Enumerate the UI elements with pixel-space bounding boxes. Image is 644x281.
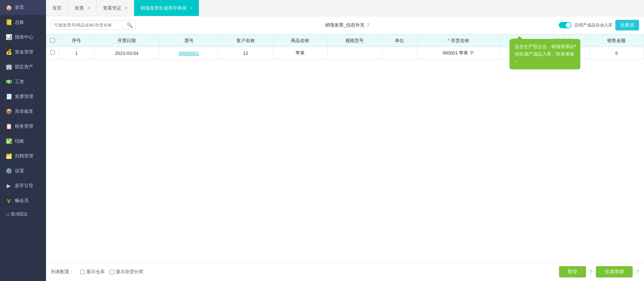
sidebar-item-label: 资金管理 — [15, 49, 33, 55]
show-warehouse-checkbox[interactable] — [80, 270, 85, 274]
generate-info-icon[interactable]: ? — [636, 269, 639, 275]
sidebar-item-label: 发票管理 — [15, 93, 33, 100]
sidebar-item-label: 设置 — [15, 168, 24, 174]
inventory-icon: 📦 — [6, 108, 12, 115]
sidebar-item-label: 库存核算 — [15, 108, 33, 115]
tab-home[interactable]: 首页 — [46, 0, 68, 16]
header-customer: 客户名称 — [218, 35, 273, 47]
sidebar-item-payroll[interactable]: 💵 工资 — [0, 74, 46, 89]
toolbar-center: 销项发票_信息补充 ? — [139, 22, 555, 28]
bottom-bar: 列表配置： 显示仓库 显示存货分类 暂存 ? 生成单据 ? — [46, 262, 644, 281]
row-model — [327, 47, 382, 59]
sidebar-item-settlement[interactable]: ✅ 结账 — [0, 134, 46, 149]
row-product-name: 苹果 — [273, 47, 327, 59]
sidebar-item-label: 归档管理 — [15, 153, 33, 159]
unfix-icon: ◁ — [6, 212, 9, 217]
header-product-name: 商品名称 — [273, 35, 327, 47]
sidebar-item-tax[interactable]: 📋 税务管理 — [0, 119, 46, 134]
generate-button[interactable]: 生成单据 — [596, 266, 633, 277]
tab-bar: 首页 发票 × 查看凭证 × 销项发票生成库存单据 × — [46, 0, 644, 16]
batch-fill-button[interactable]: 批量填 — [615, 20, 639, 30]
header-date: 开票日期 — [94, 35, 160, 47]
sidebar-unfix[interactable]: ◁ 取消固定 — [0, 208, 46, 220]
tab-invoice-label: 发票 — [75, 5, 84, 11]
tab-voucher-close[interactable]: × — [125, 6, 127, 11]
row-checkbox[interactable] — [50, 50, 55, 55]
main-area: 首页 发票 × 查看凭证 × 销项发票生成库存单据 × 🔍 销项发票_信息补充 … — [46, 0, 644, 281]
search-input[interactable] — [54, 23, 125, 28]
sidebar-item-vip[interactable]: V 畅会员 — [0, 193, 46, 208]
sidebar-item-home[interactable]: 🏠 首页 — [0, 0, 46, 15]
sidebar-item-guide[interactable]: ▶ 新手引导 — [0, 178, 46, 193]
row-customer: 12 — [218, 47, 273, 59]
sidebar-item-archive[interactable]: 🗂️ 归档管理 — [0, 149, 46, 164]
sidebar-item-invoice-mgmt[interactable]: 🧾 发票管理 — [0, 89, 46, 104]
ledger-icon: 📒 — [6, 19, 12, 25]
tab-create-inventory[interactable]: 销项发票生成库存单据 × — [134, 0, 199, 16]
tab-voucher[interactable]: 查看凭证 × — [97, 0, 134, 16]
row-unit — [382, 47, 417, 59]
row-ticket-no[interactable]: 00000001 — [159, 47, 218, 59]
row-checkbox-cell — [46, 47, 59, 59]
toolbar: 🔍 销项发票_信息补充 ? 启用产成品自动入库 批量填 — [46, 16, 644, 34]
header-checkbox-col — [46, 35, 59, 47]
row-seq: 1 — [59, 47, 94, 59]
tab-invoice-close[interactable]: × — [87, 6, 90, 11]
settings-icon: ⚙️ — [6, 168, 12, 174]
toolbar-right: 启用产成品自动入库 批量填 — [559, 20, 639, 30]
search-box[interactable]: 🔍 — [51, 21, 136, 30]
home-icon: 🏠 — [6, 4, 12, 11]
row-inventory-name: 000001 苹果 个 — [417, 47, 500, 59]
tooltip-arrow — [517, 36, 522, 39]
tooltip-close-button[interactable]: × — [574, 42, 577, 50]
sidebar: 🏠 首页 📒 总账 📊 报表中心 💰 资金管理 🏢 固定资产 💵 工资 🧾 发票… — [0, 0, 46, 281]
tooltip-box: × 适合生产型企业，销项发票自动生成产成品入库，快来体验～ — [510, 39, 580, 69]
sidebar-item-label: 结账 — [15, 138, 24, 144]
header-amount: 销售金额 — [589, 35, 644, 47]
header-unit: 单位 — [382, 35, 417, 47]
invoice-mgmt-icon: 🧾 — [6, 93, 12, 100]
bottom-actions: 暂存 ? 生成单据 ? — [559, 266, 639, 277]
sidebar-item-label: 固定资产 — [15, 64, 33, 70]
save-info-icon[interactable]: ? — [590, 269, 592, 275]
select-all-checkbox[interactable] — [50, 38, 55, 42]
sidebar-item-funds[interactable]: 💰 资金管理 — [0, 45, 46, 59]
payroll-icon: 💵 — [6, 79, 12, 85]
save-button[interactable]: 暂存 — [559, 266, 586, 277]
vip-icon: V — [6, 198, 12, 204]
list-config-label: 列表配置： — [51, 269, 74, 275]
sidebar-item-label: 工资 — [15, 79, 24, 85]
sidebar-item-inventory[interactable]: 📦 库存核算 — [0, 104, 46, 119]
tab-create-inventory-label: 销项发票生成库存单据 — [140, 5, 186, 11]
fixed-assets-icon: 🏢 — [6, 64, 12, 70]
tab-create-inventory-close[interactable]: × — [190, 6, 192, 11]
sidebar-item-label: 总账 — [15, 19, 24, 25]
sidebar-item-ledger[interactable]: 📒 总账 — [0, 15, 46, 30]
toggle-label: 启用产成品自动入库 — [574, 22, 613, 28]
show-category-checkbox[interactable] — [110, 270, 114, 274]
row-amount: 5 — [589, 47, 644, 59]
show-warehouse-label: 显示仓库 — [86, 269, 105, 275]
guide-icon: ▶ — [6, 183, 12, 189]
center-info-icon[interactable]: ? — [367, 22, 369, 28]
show-category-checkbox-label[interactable]: 显示存货分类 — [110, 269, 143, 275]
funds-icon: 💰 — [6, 49, 12, 55]
tax-icon: 📋 — [6, 123, 12, 130]
row-date: 2023-03-04 — [94, 47, 160, 59]
show-warehouse-checkbox-label[interactable]: 显示仓库 — [80, 269, 105, 275]
sidebar-item-reports[interactable]: 📊 报表中心 — [0, 30, 46, 45]
sidebar-item-settings[interactable]: ⚙️ 设置 — [0, 164, 46, 178]
sidebar-item-label: 新手引导 — [15, 183, 33, 189]
sidebar-item-fixed-assets[interactable]: 🏢 固定资产 — [0, 59, 46, 74]
auto-warehouse-toggle[interactable] — [559, 22, 571, 28]
center-label: 销项发票_信息补充 — [325, 22, 364, 28]
header-ticket-no: 票号 — [159, 35, 218, 47]
tab-invoice[interactable]: 发票 × — [68, 0, 97, 16]
header-seq: 序号 — [59, 35, 94, 47]
tab-home-label: 首页 — [52, 5, 62, 11]
show-category-label: 显示存货分类 — [116, 269, 143, 275]
sidebar-item-label: 畅会员 — [15, 197, 29, 204]
sidebar-item-label: 报表中心 — [15, 34, 33, 40]
reports-icon: 📊 — [6, 34, 12, 40]
header-model: 规格型号 — [327, 35, 382, 47]
